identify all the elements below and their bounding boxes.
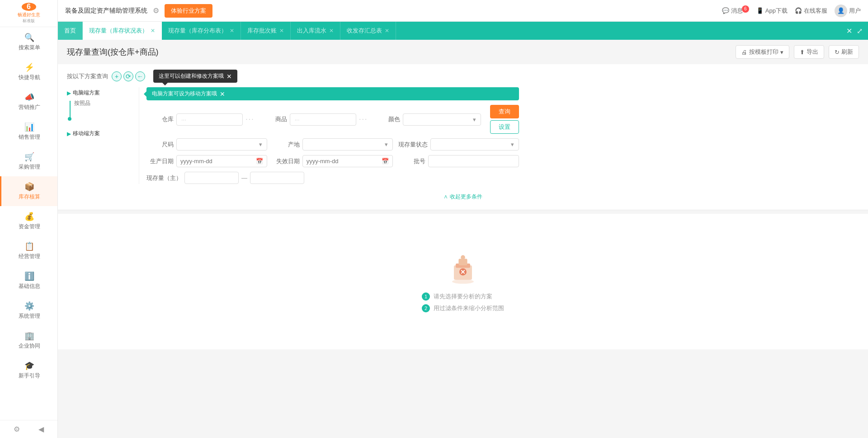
expiry-date-input[interactable] <box>307 158 380 165</box>
user-label: 用户 <box>849 7 861 15</box>
expiry-date-input-wrap[interactable]: 📅 <box>302 155 393 167</box>
tab-close-inout-flow[interactable]: ✕ <box>329 28 334 34</box>
sidebar-item-finance[interactable]: 💰 资金管理 <box>0 206 57 236</box>
messages-action[interactable]: 💬 消息 6 <box>722 7 749 15</box>
print-template-btn[interactable]: 🖨 按模板打印 ▾ <box>736 45 789 59</box>
sidebar-item-basicinfo[interactable]: ℹ️ 基础信息 <box>0 266 57 296</box>
inventory-icon: 📦 <box>24 182 34 192</box>
color-select[interactable]: ▾ <box>403 113 481 126</box>
reset-btn[interactable]: 设置 <box>490 120 519 134</box>
popover-mobile-close[interactable]: ✕ <box>220 91 225 97</box>
sidebar-item-inventory[interactable]: 📦 库存核算 <box>0 176 57 206</box>
desktop-sub-item[interactable]: 按照品 <box>74 99 133 108</box>
stock-status-label: 现存量状态 <box>398 141 428 149</box>
sidebar-item-sales[interactable]: 📊 销售管理 <box>0 117 57 146</box>
top-header-left: 装备及固定资产辅助管理系统 ⚙ 体验行业方案 <box>65 4 212 18</box>
tab-collect-summary[interactable]: 收发存汇总表 ✕ <box>340 22 396 40</box>
sidebar-item-quicknav[interactable]: ⚡ 快捷导航 <box>0 57 57 87</box>
empty-state: 1 请先选择要分析的方案 2 用过滤条件来缩小分析范围 <box>422 224 504 339</box>
origin-select[interactable]: ▾ <box>302 138 393 151</box>
online-support-action[interactable]: 🎧 在线客服 <box>795 7 827 15</box>
filter-row-4: 现存量（主） — <box>146 172 519 184</box>
user-avatar: 👤 <box>835 5 847 17</box>
quicknav-icon: ⚡ <box>24 62 34 72</box>
batch-no-input[interactable] <box>428 155 519 167</box>
stock-main-to-input[interactable] <box>250 172 304 184</box>
add-scheme-btn[interactable]: + <box>112 71 122 81</box>
expiry-date-label: 失效日期 <box>273 157 300 165</box>
goods-dots[interactable]: ··· <box>359 115 368 123</box>
guide-icon: 🎓 <box>24 361 34 371</box>
empty-tip-1: 1 请先选择要分析的方案 <box>422 292 504 301</box>
message-icon: 💬 <box>722 7 729 14</box>
sidebar-item-enterprise[interactable]: 🏢 企业协同 <box>0 325 57 355</box>
collapse-btn[interactable]: ∧ 收起更多条件 <box>67 189 859 204</box>
collapse-sidebar-icon[interactable]: ◀ <box>38 425 44 433</box>
finance-icon: 💰 <box>24 212 34 221</box>
sidebar-item-marketing[interactable]: 📣 营销推广 <box>0 87 57 117</box>
mobile-scheme-toggle[interactable]: ▶ 移动端方案 <box>67 128 133 139</box>
sidebar-item-label: 系统管理 <box>19 312 40 320</box>
query-btn[interactable]: 查询 <box>490 105 519 118</box>
sidebar-item-guide[interactable]: 🎓 新手引导 <box>0 355 57 385</box>
production-date-input[interactable] <box>180 158 254 165</box>
field-size: 尺码 ▾ <box>146 138 267 151</box>
sidebar-item-search[interactable]: 🔍 搜索菜单 <box>0 27 57 57</box>
popover-create-close[interactable]: ✕ <box>226 73 232 80</box>
tab-close-batch-account[interactable]: ✕ <box>279 28 284 34</box>
svg-point-0 <box>452 279 474 284</box>
settings-btn[interactable]: ⚙ <box>153 6 159 15</box>
expiry-date-calendar-icon[interactable]: 📅 <box>382 158 389 165</box>
basicinfo-icon: ℹ️ <box>24 271 34 281</box>
stock-main-label: 现存量（主） <box>146 174 182 182</box>
sidebar-item-label: 快捷导航 <box>19 74 40 81</box>
production-date-calendar-icon[interactable]: 📅 <box>256 158 263 165</box>
sidebar-item-operations[interactable]: 📋 经营管理 <box>0 236 57 266</box>
page-title: 现存量查询(按仓库+商品) <box>67 47 159 57</box>
sidebar-logo: 6 畅通好生意 标准版 <box>0 0 57 27</box>
main-wrapper: 装备及固定资产辅助管理系统 ⚙ 体验行业方案 💬 消息 6 📱 App下载 🎧 … <box>58 0 868 438</box>
content-header: 现存量查询(按仓库+商品) 🖨 按模板打印 ▾ ⬆ 导出 ↻ 刷新 <box>58 40 868 64</box>
tab-inventory-status[interactable]: 现存量（库存状况表） ✕ <box>83 22 162 40</box>
back-scheme-btn[interactable]: ← <box>135 71 145 81</box>
tab-home[interactable]: 首页 <box>58 22 83 40</box>
refresh-scheme-btn[interactable]: ⟳ <box>123 71 133 81</box>
industry-btn[interactable]: 体验行业方案 <box>165 4 212 18</box>
close-all-tabs-btn[interactable]: ✕ <box>846 27 852 35</box>
settings-footer-icon[interactable]: ⚙ <box>14 425 20 433</box>
mobile-scheme-label: 移动端方案 <box>73 130 100 137</box>
field-warehouse: 仓库 ··· ··· <box>146 113 255 126</box>
sidebar-item-label: 基础信息 <box>19 283 40 290</box>
app-download-action[interactable]: 📱 App下载 <box>756 7 788 15</box>
operations-icon: 📋 <box>24 241 34 251</box>
headset-icon: 🎧 <box>795 7 802 14</box>
sidebar: 6 畅通好生意 标准版 🔍 搜索菜单 ⚡ 快捷导航 📣 营销推广 📊 销售管理 … <box>0 0 58 438</box>
stock-main-from-input[interactable] <box>184 172 239 184</box>
purchase-icon: 🛒 <box>24 152 34 162</box>
goods-select[interactable]: ··· <box>290 113 356 126</box>
warehouse-dots[interactable]: ··· <box>245 115 254 123</box>
tab-close-inventory-dist[interactable]: ✕ <box>230 28 234 34</box>
tab-inout-flow-label: 出入库流水 <box>297 27 326 35</box>
tab-batch-account[interactable]: 库存批次账 ✕ <box>241 22 291 40</box>
tab-inventory-dist[interactable]: 现存量（库存分布表） ✕ <box>162 22 241 40</box>
refresh-btn[interactable]: ↻ 刷新 <box>829 45 859 59</box>
production-date-label: 生产日期 <box>146 157 174 165</box>
production-date-input-wrap[interactable]: 📅 <box>176 155 267 167</box>
tab-close-collect-summary[interactable]: ✕ <box>385 28 389 34</box>
sidebar-item-system[interactable]: ⚙️ 系统管理 <box>0 296 57 325</box>
user-action[interactable]: 👤 用户 <box>835 5 861 17</box>
size-select[interactable]: ▾ <box>176 138 267 151</box>
desktop-scheme-toggle[interactable]: ▶ 电脑端方案 <box>67 87 133 99</box>
maximize-btn[interactable]: ⤢ <box>857 27 863 35</box>
sidebar-item-purchase[interactable]: 🛒 采购管理 <box>0 146 57 176</box>
sidebar-item-label: 销售管理 <box>19 133 40 141</box>
tab-inout-flow[interactable]: 出入库流水 ✕ <box>291 22 340 40</box>
sidebar-item-label: 经营管理 <box>19 253 40 260</box>
export-btn[interactable]: ⬆ 导出 <box>794 45 824 59</box>
goods-label: 商品 <box>260 115 287 123</box>
tab-close-inventory-status[interactable]: ✕ <box>151 28 155 34</box>
stock-status-select[interactable]: ▾ <box>430 138 519 151</box>
warehouse-select[interactable]: ··· <box>176 113 243 126</box>
sidebar-item-label: 采购管理 <box>19 163 40 171</box>
